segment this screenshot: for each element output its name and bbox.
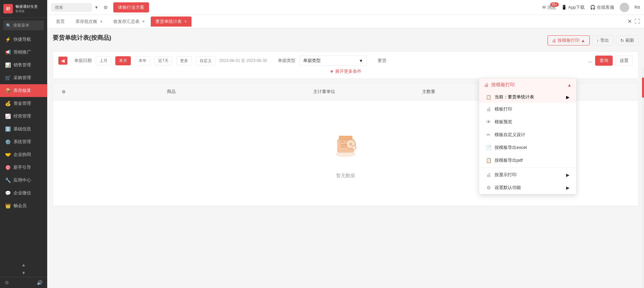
right-scrollbar[interactable] [642,67,644,288]
nav-label: 畅会员 [13,203,27,209]
page-content: 要货单统计表(按商品) 🖨 按模板打印 ▲ ↑ 导出 ↻ 刷新 [47,28,644,288]
sidebar-item-business[interactable]: 📈 经营管理 [0,110,47,123]
sidebar-item-inventory[interactable]: 📦 库存核算 [0,84,47,97]
date-more-btn[interactable]: 更多 [176,56,192,65]
topbar-settings-button[interactable]: ⚙ [101,3,111,12]
type-select[interactable]: 单据类型 ▼ [299,56,367,66]
sidebar-search-area[interactable]: 🔍 搜索菜单 [0,18,47,33]
dropdown-template-print[interactable]: 🖨 模板打印 [479,103,576,116]
nav-label: 系统管理 [13,139,31,145]
date-range-label: 2023-06-01 至 2023-06-30 [219,58,267,64]
refresh-button[interactable]: ↻ 刷新 [616,35,639,45]
tab-summary[interactable]: 收发存汇总表 × [109,17,149,27]
sidebar-item-collab[interactable]: 🤝 企业协同 [0,148,47,161]
sub-arrow-icon: ▶ [566,172,569,178]
scroll-up-button[interactable]: ▲ [21,262,26,267]
message-icon: ✉ [542,5,546,10]
sidebar-item-wechat[interactable]: 💬 企业微信 [0,187,47,199]
sidebar-settings-button[interactable]: ⚙ [5,280,9,285]
sidebar-search-button[interactable]: 🔍 搜索菜单 [3,21,44,30]
dropdown-current-item[interactable]: 📋 当前：要货单统计表 ▶ [479,91,576,103]
item-label: 模板自定义设计 [495,132,525,138]
search-icon: 🔍 [6,23,11,28]
date-last-month-btn[interactable]: 上月 [96,56,111,65]
collab-icon: 🤝 [5,152,11,158]
item-excel-icon: 📄 [486,145,491,150]
topbar-username[interactable]: Rit [635,5,640,10]
date-custom-btn[interactable]: 自定义 [196,56,215,65]
date-label: 单据日期 [74,58,92,64]
dropdown-template-design[interactable]: ✏ 模板自定义设计 [479,128,576,141]
topbar-industry-button[interactable]: 体验行业方案 [113,2,149,12]
sidebar-item-member[interactable]: 👑 畅会员 [0,199,47,212]
col-product: 商品 [70,86,272,97]
query-button[interactable]: 查询 [595,56,613,66]
sidebar-item-quick-nav[interactable]: ⚡ 快捷导航 [0,33,47,46]
date-7days-btn[interactable]: 近7天 [154,56,172,65]
tab-close-order-stats[interactable]: × [184,20,187,24]
print-icon: 🖨 [552,38,556,43]
tabs-actions: ✕ ⛶ [627,18,640,25]
empty-text: 暂无数据 [336,173,355,179]
sidebar-item-finance[interactable]: 💰 资金管理 [0,97,47,110]
current-arrow-icon: ▶ [566,95,569,100]
finance-icon: 💰 [5,100,11,106]
sub-settings-icon: ⚙ [486,185,491,190]
export-button[interactable]: ↑ 导出 [592,35,614,45]
type-label: 单据类型 [278,58,295,64]
dropdown-set-default[interactable]: ⚙ 设置默认功能 ▶ [479,181,576,194]
tab-home[interactable]: 首页 [51,17,69,27]
newbie-icon: 🎯 [5,164,11,170]
scroll-down-button[interactable]: ▼ [21,270,26,276]
sidebar-scroll-down[interactable]: ▼ [0,269,47,277]
settings-button[interactable]: 设置 [615,56,633,66]
sidebar-item-apps[interactable]: 🔧 应用中心 [0,174,47,187]
topbar-avatar[interactable] [620,3,629,12]
app-badge: 标准版 [16,9,38,13]
service-icon: 🎧 [590,5,595,10]
dropdown-close-icon: ▲ [567,83,572,88]
marketing-icon: 📢 [5,49,11,55]
sidebar-item-purchase[interactable]: 🛒 采购管理 [0,71,47,84]
expand-down-icon: ▼ [330,69,334,74]
print-template-button[interactable]: 🖨 按模板打印 ▲ [548,35,590,45]
tab-order-stats[interactable]: 要货单统计表 × [151,17,192,27]
topbar-app-download[interactable]: 📱 App下载 [561,4,585,10]
apps-icon: 🔧 [5,177,11,183]
nav-label: 营销推广 [13,49,31,55]
date-current-year-btn[interactable]: 本年 [135,56,150,65]
more-options-button[interactable]: ... [588,58,592,64]
topbar-online-service[interactable]: 🎧 在线客服 [590,4,614,10]
logo-icon: 好 [3,4,13,13]
dropdown-template-preview[interactable]: 👁 模板预览 [479,116,576,128]
wechat-icon: 💬 [5,190,11,196]
tab-close-summary[interactable]: × [142,20,145,24]
inventory-icon: 📦 [5,88,11,94]
tab-close-window-button[interactable]: ✕ [627,18,632,25]
sidebar-item-marketing[interactable]: 📢 营销推广 [0,46,47,59]
sidebar-item-basic-info[interactable]: ℹ️ 基础信息 [0,123,47,135]
dropdown-header[interactable]: 🖨 按模板打印 ▲ [479,78,576,91]
sidebar-scroll-up[interactable]: ▲ [0,261,47,269]
sidebar-item-system[interactable]: ⚙️ 系统管理 [0,135,47,148]
topbar-message[interactable]: ✉ 消息 99+ [542,4,556,10]
dropdown-export-pdf[interactable]: 📋 按模板导出pdf [479,154,576,167]
topbar-search-input[interactable] [51,3,92,11]
sidebar-item-newbie[interactable]: 🎯 新手引导 [0,161,47,174]
tab-close-batch[interactable]: × [99,20,103,24]
sidebar-item-sales[interactable]: 📊 销售管理 [0,59,47,71]
tab-expand-button[interactable]: ⛶ [635,19,640,25]
expand-more-filters-button[interactable]: ▼ 展开更多条件 [330,68,362,74]
topbar-dropdown-button[interactable]: ▼ [94,5,98,10]
date-current-month-btn[interactable]: 本月 [115,56,131,65]
sidebar-audio-button[interactable]: 🔊 [37,280,42,285]
tab-batch-ledger[interactable]: 库存批次账 × [71,17,107,27]
dropdown-display-print[interactable]: 🖨 按显示打印 ▶ [479,168,576,181]
filter-collapse-button[interactable]: ◀ [58,57,67,65]
col-settings[interactable]: ⚙ [57,87,70,97]
type-dropdown-icon: ▼ [359,58,363,63]
scrollbar-thumb[interactable] [642,77,644,98]
nav-label: 企业微信 [13,190,31,196]
expand-label: 展开更多条件 [335,68,361,74]
dropdown-export-excel[interactable]: 📄 按模板导出excel [479,141,576,154]
